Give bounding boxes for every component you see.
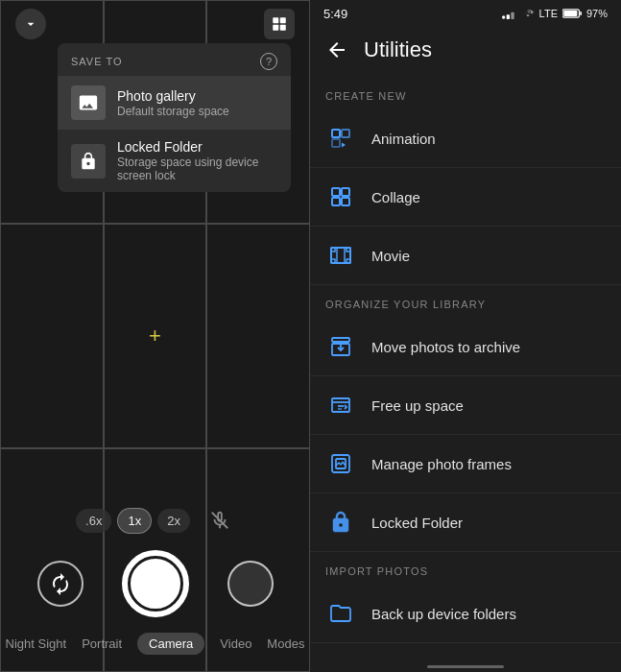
camera-panel: + SAVE TO ?	[0, 0, 310, 672]
util-item-animation[interactable]: Animation	[310, 109, 621, 168]
movie-icon	[325, 240, 356, 271]
util-item-backup[interactable]: Back up device folders	[310, 585, 621, 643]
mode-camera[interactable]: Camera	[137, 633, 204, 655]
shutter-inner	[128, 556, 183, 612]
camera-bottom-controls: .6x 1x 2x Ni	[0, 509, 310, 672]
svg-rect-12	[342, 130, 349, 137]
free-space-label: Free up space	[371, 397, 464, 414]
svg-rect-16	[332, 198, 340, 205]
locked-folder-subtitle: Storage space using device screen lock	[117, 156, 277, 182]
lte-icon: LTE	[539, 8, 558, 19]
status-time: 5:49	[323, 7, 347, 21]
gallery-thumbnail[interactable]	[227, 561, 274, 607]
save-to-dropdown: SAVE TO ? Photo gallery Default storage …	[58, 43, 291, 192]
util-item-free-space[interactable]: Free up space	[310, 376, 621, 435]
locked-folder-title: Locked Folder	[117, 139, 277, 155]
back-button[interactable]	[320, 33, 354, 67]
svg-rect-17	[342, 198, 349, 205]
locked-folder-util-label: Locked Folder	[371, 515, 463, 531]
svg-rect-21	[331, 259, 335, 263]
mode-modes[interactable]: Modes	[267, 636, 304, 651]
grid-cell	[206, 224, 310, 447]
svg-rect-11	[332, 130, 340, 137]
zoom-06x-button[interactable]: .6x	[76, 509, 111, 533]
svg-rect-22	[346, 259, 350, 263]
battery-percent: 97%	[586, 8, 608, 19]
svg-rect-7	[511, 12, 514, 19]
help-icon: ?	[266, 56, 272, 67]
util-item-collage[interactable]: Collage	[310, 168, 621, 227]
save-option-photo-gallery[interactable]: Photo gallery Default storage space	[58, 76, 291, 130]
movie-label: Movie	[371, 248, 410, 264]
animation-icon	[325, 123, 356, 154]
svg-rect-6	[506, 14, 509, 19]
save-to-help-button[interactable]: ?	[260, 53, 277, 70]
svg-rect-20	[346, 248, 350, 252]
collage-label: Collage	[371, 189, 420, 205]
util-item-archive[interactable]: Move photos to archive	[310, 318, 621, 376]
lock-folder-icon	[71, 144, 106, 179]
archive-label: Move photos to archive	[371, 339, 520, 355]
shutter-button[interactable]	[122, 550, 189, 617]
util-item-movie[interactable]: Movie	[310, 227, 621, 285]
util-item-locked-folder[interactable]: Locked Folder	[310, 493, 621, 552]
svg-rect-19	[331, 248, 335, 252]
section-organize: ORGANIZE YOUR LIBRARY	[310, 285, 621, 318]
animation-label: Animation	[371, 131, 436, 147]
signal-dots-icon	[501, 6, 516, 21]
shutter-row	[0, 550, 310, 617]
backup-label: Back up device folders	[371, 606, 516, 622]
crosshair: +	[149, 325, 161, 347]
svg-point-5	[502, 15, 505, 18]
photoscan-icon	[325, 657, 356, 660]
photo-gallery-title: Photo gallery	[117, 88, 229, 104]
svg-rect-15	[342, 188, 349, 196]
locked-folder-util-icon	[325, 507, 356, 538]
mode-portrait[interactable]: Portrait	[82, 636, 122, 651]
save-to-label: SAVE TO	[71, 56, 122, 67]
photo-frames-label: Manage photo frames	[371, 456, 512, 472]
svg-rect-0	[273, 17, 278, 23]
mode-night-sight[interactable]: Night Sight	[6, 636, 67, 651]
archive-icon	[325, 331, 356, 362]
wifi-off-icon	[521, 7, 535, 20]
zoom-controls: .6x 1x 2x	[76, 506, 234, 535]
audio-off-icon[interactable]	[205, 506, 234, 535]
photo-gallery-icon	[71, 85, 106, 120]
zoom-1x-button[interactable]: 1x	[117, 508, 152, 534]
util-item-photo-frames[interactable]: Manage photo frames	[310, 435, 621, 493]
backup-icon	[325, 598, 356, 629]
svg-rect-14	[332, 188, 340, 196]
util-home-indicator	[427, 665, 504, 668]
section-import: IMPORT PHOTOS	[310, 552, 621, 585]
photo-gallery-text: Photo gallery Default storage space	[117, 88, 229, 118]
flip-camera-button[interactable]	[37, 561, 84, 607]
svg-rect-18	[331, 248, 350, 263]
grid-cell	[0, 224, 104, 447]
status-icons: LTE 97%	[501, 6, 608, 21]
camera-mode-bar: Night Sight Portrait Camera Video Modes	[0, 633, 310, 659]
camera-top-bar	[0, 0, 310, 48]
zoom-2x-button[interactable]: 2x	[157, 509, 190, 533]
save-to-header: SAVE TO ?	[58, 43, 291, 76]
util-item-photoscan[interactable]: Scan photos with PhotoScan	[310, 643, 621, 660]
svg-rect-2	[273, 25, 278, 31]
battery-icon	[562, 8, 582, 19]
svg-rect-1	[280, 17, 286, 23]
svg-rect-13	[332, 139, 340, 147]
section-create-new: CREATE NEW	[310, 77, 621, 109]
photo-gallery-subtitle: Default storage space	[117, 105, 229, 118]
utilities-panel: 5:49 LTE 97% Utilities	[310, 0, 621, 672]
collage-icon	[325, 181, 356, 212]
camera-chevron-button[interactable]	[15, 9, 46, 39]
utilities-content: CREATE NEW Animation	[310, 77, 621, 660]
svg-rect-3	[280, 25, 286, 31]
camera-gallery-button[interactable]	[264, 9, 295, 39]
utilities-title: Utilities	[364, 37, 432, 62]
save-option-locked-folder[interactable]: Locked Folder Storage space using device…	[58, 130, 291, 192]
svg-rect-10	[563, 11, 577, 16]
locked-folder-text: Locked Folder Storage space using device…	[117, 139, 277, 182]
photo-frames-icon	[325, 448, 356, 479]
mode-video[interactable]: Video	[220, 636, 251, 651]
free-space-icon	[325, 390, 356, 420]
